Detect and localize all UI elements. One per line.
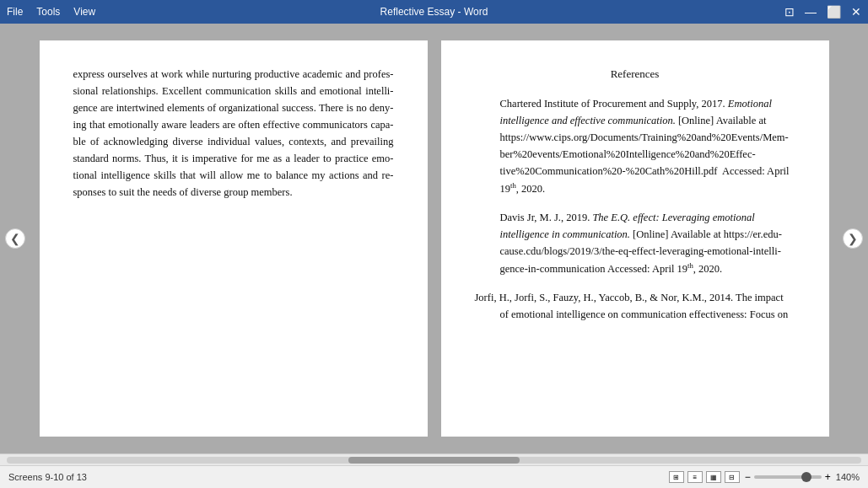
close-button[interactable]: ✕ xyxy=(851,5,861,19)
nav-prev-button[interactable]: ❮ xyxy=(5,228,25,249)
reference-1: Chartered Institute of Procurement and S… xyxy=(475,95,795,197)
nav-next-button[interactable]: ❯ xyxy=(843,228,863,249)
menu-file[interactable]: File xyxy=(7,6,23,18)
reference-3: Jorfi, H., Jorfi, S., Fauzy, H., Yaccob,… xyxy=(475,289,795,323)
zoom-level-label: 140% xyxy=(836,472,860,482)
references-heading: References xyxy=(475,66,795,83)
pages-container: express ourselves at work while nurturin… xyxy=(6,24,863,453)
status-bar: Screens 9-10 of 13 ⊞ ≡ ▦ ⊟ − + 140% xyxy=(0,465,868,488)
ref1-text-before: Chartered Institute of Procurement and S… xyxy=(500,98,728,110)
horizontal-scrollbar[interactable] xyxy=(0,453,868,465)
document-area: ❮ express ourselves at work while nurtur… xyxy=(0,24,868,453)
right-page: References Chartered Institute of Procur… xyxy=(441,40,829,437)
menu-tabs: File Tools View xyxy=(7,6,95,18)
menu-view[interactable]: View xyxy=(73,6,95,18)
settings-icon[interactable]: ⊡ xyxy=(784,5,795,19)
menu-tools[interactable]: Tools xyxy=(36,6,60,18)
paragraph-1: express ourselves at work while nurturin… xyxy=(73,66,394,201)
left-page: express ourselves at work while nurturin… xyxy=(40,40,428,437)
reference-2: Davis Jr, M. J., 2019. The E.Q. effect: … xyxy=(475,209,795,277)
view-mode-icons: ⊞ ≡ ▦ ⊟ xyxy=(669,471,740,483)
ref2-text-before: Davis Jr, M. J., 2019. xyxy=(500,212,593,223)
zoom-minus-button[interactable]: − xyxy=(745,471,751,483)
chevron-left-icon: ❮ xyxy=(10,232,20,246)
view-mode-3[interactable]: ▦ xyxy=(706,471,721,483)
zoom-slider-container: − + xyxy=(745,471,831,483)
maximize-button[interactable]: ⬜ xyxy=(827,5,841,19)
ref3-text-indent: of emotional intelligence on communicati… xyxy=(500,308,789,320)
ref1-after: [Online] Available at https://www.cips.o… xyxy=(500,115,790,195)
view-mode-1[interactable]: ⊞ xyxy=(669,471,684,483)
zoom-thumb[interactable] xyxy=(801,472,811,482)
scrollbar-thumb[interactable] xyxy=(348,457,520,464)
view-mode-4[interactable]: ⊟ xyxy=(725,471,740,483)
window-controls: ⊡ — ⬜ ✕ xyxy=(784,5,861,19)
chevron-right-icon: ❯ xyxy=(848,232,858,246)
left-page-content: express ourselves at work while nurturin… xyxy=(73,66,394,201)
title-bar: File Tools View Reflective Essay - Word … xyxy=(0,0,868,24)
ref3-text: Jorfi, H., Jorfi, S., Fauzy, H., Yaccob,… xyxy=(475,292,784,303)
right-page-content: References Chartered Institute of Procur… xyxy=(475,66,795,323)
scrollbar-track[interactable] xyxy=(7,457,861,464)
zoom-plus-button[interactable]: + xyxy=(825,471,831,483)
view-controls: ⊞ ≡ ▦ ⊟ − + 140% xyxy=(669,471,868,483)
app-title: Reflective Essay - Word xyxy=(380,6,488,18)
page-count-label: Screens 9-10 of 13 xyxy=(0,472,87,482)
view-mode-2[interactable]: ≡ xyxy=(687,471,703,483)
zoom-slider[interactable] xyxy=(754,475,822,479)
minimize-button[interactable]: — xyxy=(805,5,817,19)
